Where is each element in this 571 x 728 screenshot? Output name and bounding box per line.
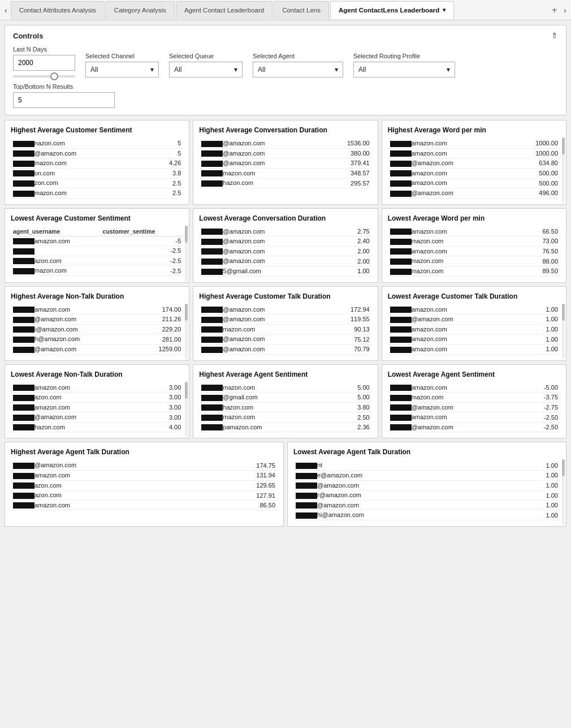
- card-scrollbar[interactable]: [185, 304, 188, 359]
- queue-dropdown-icon: ▾: [234, 66, 237, 74]
- card-title: Lowest Average Agent Sentiment: [388, 371, 560, 378]
- tab-nav-left[interactable]: ‹: [2, 5, 10, 16]
- tab-agent-contactlens[interactable]: Agent ContactLens Leaderboard ▾: [330, 1, 454, 19]
- card-scrollbar[interactable]: [185, 226, 188, 281]
- redacted: [201, 229, 223, 235]
- redacted: [390, 161, 412, 167]
- card-title: Lowest Average Agent Talk Duration: [293, 448, 560, 456]
- redacted: [13, 307, 34, 313]
- tab-add-button[interactable]: +: [548, 5, 560, 15]
- tab-dropdown-icon[interactable]: ▾: [443, 7, 445, 13]
- table-row: @amazon.com2.40: [199, 236, 371, 247]
- tab-contact-lens[interactable]: Contact Lens: [274, 1, 329, 19]
- selected-channel-select[interactable]: All ▾: [85, 62, 159, 77]
- last-n-days-group: Last N Days: [13, 46, 75, 77]
- selected-queue-select[interactable]: All ▾: [169, 62, 243, 77]
- redacted: [390, 191, 412, 197]
- redacted: [13, 258, 34, 264]
- table-row: @amazon.com1.00: [293, 500, 560, 510]
- table-row: @amazon.com2.00: [199, 246, 371, 256]
- card-title: Lowest Average Non-Talk Duration: [11, 371, 183, 378]
- redacted: [201, 239, 223, 245]
- tab-nav-right[interactable]: ›: [561, 5, 569, 16]
- redacted: [390, 307, 412, 313]
- collapse-button[interactable]: ⇑: [551, 31, 558, 40]
- table-row: mazon.com348.57: [199, 168, 371, 178]
- redacted: [13, 502, 34, 509]
- last-n-days-slider[interactable]: [13, 75, 75, 77]
- table-row: mazon.com89.50: [388, 266, 560, 276]
- redacted: [13, 150, 34, 157]
- redacted: [390, 337, 412, 343]
- selected-channel-label: Selected Channel: [85, 53, 159, 59]
- table-row: @gmail.com5.00: [199, 393, 371, 403]
- topn-input[interactable]: [13, 92, 115, 108]
- card-title: Lowest Average Customer Talk Duration: [388, 292, 560, 300]
- card-title: Lowest Average Conversation Duration: [199, 214, 371, 222]
- last-n-days-input[interactable]: [13, 55, 75, 71]
- redacted: [201, 248, 223, 255]
- table-row: amazon.com1000.00: [388, 148, 560, 158]
- redacted: [296, 512, 317, 519]
- card-title: Highest Average Agent Talk Duration: [11, 448, 278, 456]
- redacted: [390, 415, 412, 421]
- table-row: on.com3.8: [11, 168, 183, 178]
- card-scrollbar[interactable]: [562, 304, 565, 359]
- card-scrollbar[interactable]: [562, 137, 565, 203]
- card-highest-avg-conversation-duration: Highest Average Conversation Duration @a…: [193, 120, 378, 205]
- selected-routing-label: Selected Routing Profile: [353, 53, 455, 59]
- redacted: [390, 385, 412, 391]
- card-lowest-avg-word-per-min: Lowest Average Word per min amazon.com66…: [382, 208, 566, 283]
- redacted: [13, 317, 34, 323]
- table-row: mazon.com4.26: [11, 158, 183, 169]
- redacted: [390, 239, 412, 245]
- card-lowest-avg-nontalk-duration: Lowest Average Non-Talk Duration amazon.…: [5, 364, 189, 439]
- redacted: [201, 150, 223, 157]
- table-row: @amazon.com379.41: [199, 158, 371, 169]
- redacted: [201, 259, 223, 265]
- cards-row-3: Highest Average Non-Talk Duration amazon…: [5, 286, 566, 361]
- redacted: [13, 395, 34, 401]
- table-row: azon.com129.65: [11, 480, 278, 490]
- table-row: azon.com-2.5: [11, 256, 183, 266]
- table-row: amazon.com500.00: [388, 178, 560, 188]
- card-highest-avg-agent-sentiment: Highest Average Agent Sentiment mazon.co…: [193, 364, 378, 439]
- redacted: [390, 424, 412, 430]
- table-row: nazon.com5: [11, 139, 183, 148]
- redacted: [13, 170, 34, 176]
- card-table: amazon.com3.00 azon.com3.00 amazon.com3.…: [11, 383, 183, 433]
- table-header-row: agent_username customer_sentime: [11, 227, 183, 236]
- card-table: nt1.00 e@amazon.com1.00 @amazon.com1.00 …: [293, 460, 560, 520]
- redacted: [13, 424, 34, 430]
- tab-contact-attr[interactable]: Contact Attributes Analysis: [11, 1, 105, 19]
- card-table: @amazon.com1536.00 @amazon.com380.00 @am…: [199, 139, 371, 188]
- card-scrollbar[interactable]: [185, 382, 188, 437]
- redacted: [390, 180, 412, 187]
- controls-panel: Controls ⇑ Last N Days Selected Channel …: [5, 25, 566, 115]
- redacted: [201, 170, 223, 176]
- cards-row-4: Lowest Average Non-Talk Duration amazon.…: [5, 364, 566, 439]
- redacted: [201, 180, 223, 187]
- topn-label: Top/Bottom N Results: [13, 83, 558, 90]
- table-row: @amazon.com1259.00: [11, 344, 183, 354]
- table-row: @amazon.com211.26: [11, 315, 183, 325]
- redacted: [13, 191, 34, 197]
- card-title: Highest Average Conversation Duration: [199, 126, 371, 134]
- redacted: [13, 415, 34, 421]
- table-row: r@amazon.com1.00: [293, 490, 560, 501]
- slider-thumb[interactable]: [50, 72, 58, 80]
- redacted: [201, 415, 223, 421]
- table-row: @amazon.com2.00: [199, 256, 371, 266]
- tab-agent-contact[interactable]: Agent Contact Leaderboard: [176, 1, 272, 19]
- redacted: [13, 141, 34, 147]
- card-table: amazon.com66.50 mazon.com73.00 amazon.co…: [388, 227, 560, 277]
- card-table: @amazon.com2.75 @amazon.com2.40 @amazon.…: [199, 227, 371, 277]
- card-scrollbar[interactable]: [562, 459, 565, 525]
- redacted: [201, 347, 223, 353]
- selected-routing-select[interactable]: All ▾: [353, 62, 455, 77]
- topn-group: Top/Bottom N Results: [13, 83, 558, 108]
- tab-category[interactable]: Category Analysis: [106, 1, 175, 19]
- card-table: agent_username customer_sentime amazon.c…: [11, 227, 183, 276]
- card-table: nazon.com5 @amazon.com5 mazon.com4.26 on…: [11, 139, 183, 199]
- selected-agent-select[interactable]: All ▾: [253, 62, 343, 77]
